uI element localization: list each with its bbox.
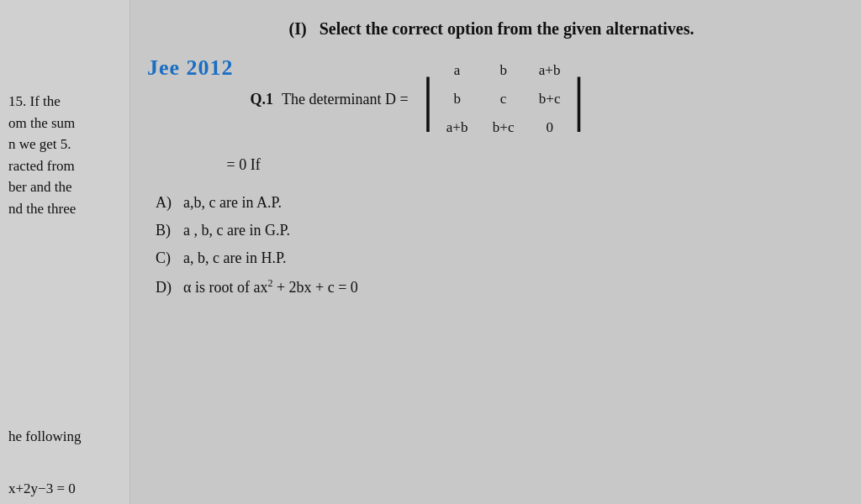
option-d: D) α is root of ax2 + 2bx + c = 0 (156, 277, 836, 297)
option-a-text: a,b, c are in A.P. (183, 194, 282, 212)
question-header: Jee 2012 Q.1 The determinant D = | a b a… (147, 55, 836, 141)
instruction-text: Select the correct option from the given… (320, 19, 695, 38)
option-a: A) a,b, c are in A.P. (156, 194, 836, 212)
main-panel: (I) Select the correct option from the g… (130, 0, 861, 504)
left-line5: nd the three (8, 198, 121, 220)
option-c: C) a, b, c are in H.P. (156, 249, 836, 267)
determinant-expression: Q.1 The determinant D = | a b a+b b c b+… (251, 57, 590, 141)
left-bar: | (422, 69, 434, 129)
instruction-roman: (I) (289, 19, 307, 38)
left-line1: om the sum (8, 113, 121, 134)
option-b-text: a , b, c are in G.P. (183, 222, 290, 239)
cell-0-1: b (480, 62, 526, 79)
cell-2-1: b+c (480, 119, 526, 136)
det-intro: The determinant D = (282, 91, 409, 108)
left-bottom: he following (8, 426, 121, 448)
question-area: Jee 2012 Q.1 The determinant D = | a b a… (147, 55, 836, 297)
cell-0-2: a+b (526, 62, 573, 79)
instruction-heading: (I) Select the correct option from the g… (147, 17, 836, 40)
cell-1-1: c (480, 91, 526, 108)
cell-2-0: a+b (434, 119, 480, 136)
problem-number: 15. If the (8, 91, 121, 113)
left-line3: racted from (8, 155, 121, 177)
bottom-equation: x+2y−3 = 0 (8, 480, 76, 497)
left-line4: ber and the (8, 176, 121, 198)
cell-1-2: b+c (526, 91, 573, 108)
option-a-letter: A) (156, 194, 177, 212)
cell-1-0: b (434, 91, 480, 108)
cell-2-2: 0 (526, 119, 573, 136)
jee-label: Jee 2012 (147, 55, 234, 81)
option-d-letter: D) (156, 279, 177, 297)
right-bar: | (573, 69, 584, 129)
option-b-letter: B) (156, 222, 177, 239)
matrix-cells: a b a+b b c b+c a+b b+c 0 (434, 57, 573, 141)
determinant-matrix: | a b a+b b c b+c a+b b+c 0 | (422, 57, 585, 141)
zero-if-line: = 0 If (147, 156, 836, 174)
left-line2: n we get 5. (8, 134, 121, 155)
option-b: B) a , b, c are in G.P. (156, 222, 836, 239)
option-c-letter: C) (156, 249, 177, 267)
cell-0-0: a (434, 62, 480, 79)
options-list: A) a,b, c are in A.P. B) a , b, c are in… (147, 194, 836, 297)
option-d-text: α is root of ax2 + 2bx + c = 0 (183, 277, 358, 297)
q-number: Q.1 (251, 91, 274, 108)
left-panel: 15. If the om the sum n we get 5. racted… (0, 0, 130, 504)
option-c-text: a, b, c are in H.P. (183, 249, 286, 267)
